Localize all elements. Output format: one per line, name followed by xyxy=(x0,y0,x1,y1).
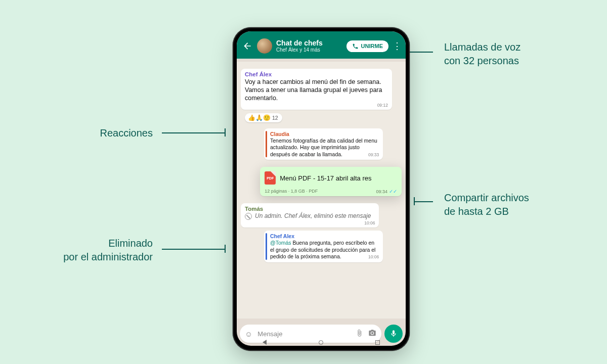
message-time: 10:06 xyxy=(245,220,375,225)
back-icon[interactable] xyxy=(242,41,253,51)
reaction-count: 12 xyxy=(272,115,278,121)
message-input[interactable]: ☺ Mensaje xyxy=(240,325,381,343)
message-time: 09:33 xyxy=(368,152,379,157)
callout-reactions: Reacciones xyxy=(100,126,153,140)
message-sender: Tomás xyxy=(245,206,375,212)
blocked-icon xyxy=(245,213,252,220)
callout-tick xyxy=(225,245,226,253)
chat-scroll[interactable]: Chef Álex Voy a hacer cambios al menú de… xyxy=(237,62,406,318)
callout-voice: Llamadas de voz con 32 personas xyxy=(444,40,521,68)
file-name: Menú PDF - 15-17 abril alta res xyxy=(280,174,371,182)
phone-frame: Chat de chefs Chef Álex y 14 más UNIRME … xyxy=(233,27,410,351)
callout-tick xyxy=(414,197,415,205)
quote-bar xyxy=(266,233,267,259)
mic-button[interactable] xyxy=(384,325,403,343)
join-call-button[interactable]: UNIRME xyxy=(346,40,388,52)
attach-icon[interactable] xyxy=(356,329,363,338)
input-placeholder: Mensaje xyxy=(257,330,351,338)
message-input-bar: ☺ Mensaje xyxy=(240,325,403,343)
callout-connector xyxy=(414,201,433,202)
message-time: 09:34 xyxy=(376,189,387,194)
message-body: Tenemos fotografías de alta calidad del … xyxy=(270,138,377,157)
callout-connector xyxy=(162,249,225,250)
mention: @Tomás xyxy=(270,240,291,246)
message-outgoing-file[interactable]: PDF Menú PDF - 15-17 abril alta res 12 p… xyxy=(260,167,402,196)
message-time: 09:12 xyxy=(245,103,388,108)
message-body: Un admin. Chef Álex, eliminó este mensaj… xyxy=(255,212,371,219)
phone-screen: Chat de chefs Chef Álex y 14 más UNIRME … xyxy=(237,31,406,346)
callout-files: Compartir archivos de hasta 2 GB xyxy=(444,191,529,218)
file-meta: 12 páginas · 1,8 GB · PDF xyxy=(265,189,318,194)
message-incoming[interactable]: Chef Alex @Tomás Buena pregunta, pero es… xyxy=(264,231,383,262)
marketing-stage: Llamadas de voz con 32 personas Comparti… xyxy=(0,0,607,364)
message-deleted[interactable]: Tomás Un admin. Chef Álex, eliminó este … xyxy=(241,203,379,228)
pdf-icon: PDF xyxy=(265,171,276,185)
message-sender: Chef Alex xyxy=(270,233,379,239)
message-incoming[interactable]: Chef Álex Voy a hacer cambios al menú de… xyxy=(241,69,392,110)
callout-connector xyxy=(162,132,225,133)
message-sender: Claudia xyxy=(270,131,379,137)
chat-titles[interactable]: Chat de chefs Chef Álex y 14 más xyxy=(276,39,342,53)
message-incoming[interactable]: Claudia Tenemos fotografías de alta cali… xyxy=(264,128,383,160)
message-time: 10:06 xyxy=(368,254,379,259)
chat-title: Chat de chefs xyxy=(276,39,342,47)
callout-tick xyxy=(225,128,226,136)
callout-deleted: Eliminado por el administrador xyxy=(63,237,153,264)
camera-icon[interactable] xyxy=(368,329,376,339)
group-avatar[interactable] xyxy=(257,38,272,54)
more-icon[interactable]: ⋮ xyxy=(393,40,401,52)
message-sender: Chef Álex xyxy=(245,71,388,77)
reaction-emojis: 👍🙏🙂 xyxy=(248,114,271,121)
message-body: Voy a hacer cambios al menú del fin de s… xyxy=(245,78,388,102)
chat-header: Chat de chefs Chef Álex y 14 más UNIRME … xyxy=(237,31,406,59)
join-label: UNIRME xyxy=(361,43,383,49)
reactions-pill[interactable]: 👍🙏🙂 12 xyxy=(245,113,282,122)
emoji-icon[interactable]: ☺ xyxy=(245,330,252,338)
read-ticks-icon: ✓✓ xyxy=(389,189,397,194)
chat-subtitle: Chef Álex y 14 más xyxy=(276,48,342,53)
quote-bar xyxy=(266,131,267,157)
